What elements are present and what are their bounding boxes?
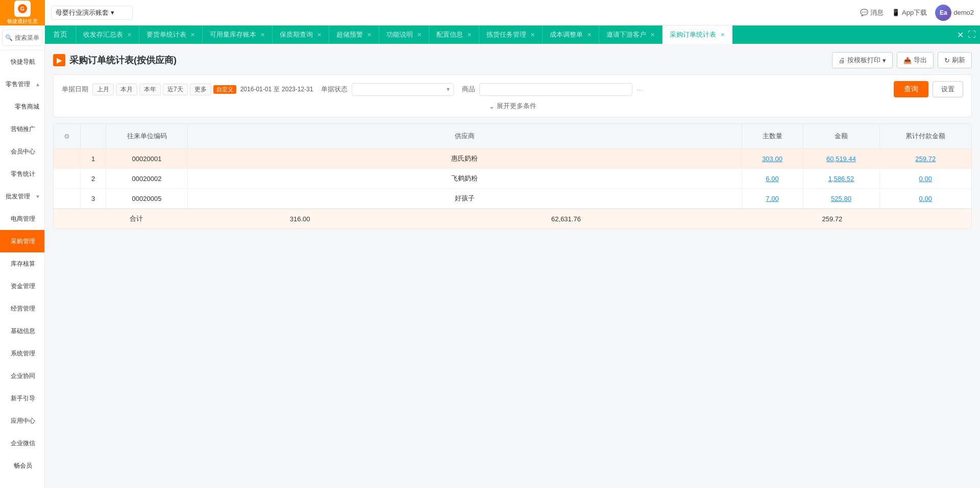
sidebar-item-basic-info[interactable]: 基础信息 [0, 320, 44, 342]
tab-config-info-label: 配置信息 [436, 30, 463, 39]
tab-collect-pay-close-icon[interactable]: ✕ [127, 32, 132, 38]
sidebar-item-inventory[interactable]: 库存核算 [0, 252, 44, 275]
status-select[interactable] [352, 83, 454, 96]
sidebar-item-app-center[interactable]: 应用中心 [0, 409, 44, 432]
tab-pick-task-label: 拣货任务管理 [486, 30, 526, 39]
table-header-row: ⚙ 往来单位编码 供应商 主数量 金额 累计付款金额 [54, 124, 971, 149]
tab-function-desc-label: 功能说明 [386, 30, 413, 39]
tab-validity[interactable]: 保质期查询 ✕ [273, 25, 329, 44]
footer-amount: 62,631.76 [433, 215, 699, 223]
sidebar-item-retail[interactable]: 零售管理 ▲ [0, 73, 44, 95]
shortcut-this-year[interactable]: 本年 [139, 84, 161, 95]
shortcut-more[interactable]: 更多 [190, 84, 211, 95]
user-profile[interactable]: Ea demo2 [935, 5, 974, 21]
column-settings-icon[interactable]: ⚙ [60, 129, 74, 143]
th-supplier: 供应商 [188, 124, 742, 149]
sidebar-purchase-label: 采购管理 [11, 237, 35, 246]
topbar: 母婴行业演示账套 ▾ 💬 消息 📱 App下载 Ea demo2 [45, 0, 980, 25]
sidebar-item-retail-stat[interactable]: 零售统计 [0, 163, 44, 185]
sidebar-item-new-guide[interactable]: 新手引导 [0, 387, 44, 409]
tab-config-info-close-icon[interactable]: ✕ [467, 32, 472, 38]
sidebar-item-finance[interactable]: 资金管理 [0, 275, 44, 297]
tab-cost-adjust[interactable]: 成本调整单 ✕ [543, 25, 599, 44]
tab-function-desc[interactable]: 功能说明 ✕ [379, 25, 429, 44]
account-dropdown[interactable]: 母婴行业演示账套 ▾ [51, 6, 133, 20]
table-row[interactable]: 2 00020002 飞鹤奶粉 6.00 1,586.52 0.00 [54, 169, 971, 189]
tab-purchase-stat[interactable]: 采购订单统计表 ✕ [663, 25, 732, 44]
th-index [81, 124, 106, 149]
sidebar-item-vip[interactable]: 畅会员 [0, 454, 44, 477]
page-header: ▶ 采购订单统计表(按供应商) 🖨 按模板打印 ▾ 📤 导出 ↻ 刷新 [53, 52, 972, 68]
status-select-wrap [352, 83, 454, 96]
tab-maximize-button[interactable]: ⛶ [968, 30, 976, 39]
expand-conditions-button[interactable]: ⌄ 展开更多条件 [489, 101, 536, 111]
message-button[interactable]: 💬 消息 [860, 8, 884, 17]
sidebar-search-area: 🔍 搜索菜单 [0, 25, 44, 50]
tab-invite-downstream-close-icon[interactable]: ✕ [650, 32, 655, 38]
row3-amount: 525.80 [803, 189, 879, 209]
shortcut-this-month[interactable]: 本月 [116, 84, 137, 95]
toggle-filter-button[interactable]: ▶ [53, 54, 65, 66]
sidebar-item-purchase[interactable]: 采购管理 [0, 230, 44, 252]
main-area: 母婴行业演示账套 ▾ 💬 消息 📱 App下载 Ea demo2 首页 收发存汇… [45, 0, 980, 488]
search-menu-button[interactable]: 🔍 搜索菜单 [2, 30, 42, 46]
tab-invite-downstream[interactable]: 邀请下游客户 ✕ [599, 25, 663, 44]
th-paid: 累计付款金额 [879, 124, 971, 149]
sidebar-item-quick-nav[interactable]: 快捷导航 [0, 50, 44, 73]
tab-home[interactable]: 首页 [45, 25, 76, 44]
page-title: 采购订单统计表(按供应商) [69, 54, 177, 66]
table-row[interactable]: 3 00020005 好孩子 7.00 525.80 0.00 [54, 189, 971, 209]
goods-input[interactable] [479, 83, 632, 96]
page-header-actions: 🖨 按模板打印 ▾ 📤 导出 ↻ 刷新 [832, 52, 972, 68]
sidebar-new-guide-label: 新手引导 [11, 394, 35, 403]
tab-validity-close-icon[interactable]: ✕ [317, 32, 322, 38]
tab-purchase-stat-close-icon[interactable]: ✕ [720, 32, 725, 38]
tab-pick-task-close-icon[interactable]: ✕ [530, 32, 535, 38]
row1-index: 1 [81, 149, 106, 169]
logo[interactable]: G 畅捷通好生意 [0, 0, 45, 25]
tab-overstocked[interactable]: 超储预警 ✕ [329, 25, 379, 44]
sidebar-item-marketing[interactable]: 营销推广 [0, 118, 44, 140]
sidebar-item-system[interactable]: 系统管理 [0, 342, 44, 365]
tab-overstocked-label: 超储预警 [336, 30, 363, 39]
sidebar-item-enterprise-wechat[interactable]: 企业微信 [0, 432, 44, 454]
sidebar-item-ecommerce[interactable]: 电商管理 [0, 208, 44, 230]
shortcut-last-month[interactable]: 上月 [92, 84, 114, 95]
app-download-button[interactable]: 📱 App下载 [892, 8, 927, 17]
date-filter-label: 单据日期 [62, 85, 88, 94]
tab-pick-task[interactable]: 拣货任务管理 ✕ [479, 25, 543, 44]
tab-cost-adjust-label: 成本调整单 [550, 30, 583, 39]
tab-config-info[interactable]: 配置信息 ✕ [429, 25, 479, 44]
tab-overstocked-close-icon[interactable]: ✕ [367, 32, 372, 38]
goods-more-icon[interactable]: ··· [636, 86, 642, 93]
sidebar-item-retail-mall[interactable]: 零售商城 [0, 95, 44, 118]
filter-toggle-icon: ▶ [57, 56, 62, 64]
row3-settings [54, 189, 81, 209]
sidebar-item-operation[interactable]: 经营管理 [0, 297, 44, 320]
sidebar-enterprise-collab-label: 企业协同 [11, 372, 35, 380]
sidebar-item-wholesale[interactable]: 批发管理 ▼ [0, 185, 44, 208]
svg-text:G: G [20, 6, 24, 12]
expand-label: 展开更多条件 [497, 101, 536, 111]
sidebar-item-enterprise-collab[interactable]: 企业协同 [0, 365, 44, 387]
th-code: 往来单位编码 [106, 124, 188, 149]
tab-cost-adjust-close-icon[interactable]: ✕ [587, 32, 592, 38]
tab-available-stock[interactable]: 可用量库存账本 ✕ [203, 25, 273, 44]
tab-function-desc-close-icon[interactable]: ✕ [417, 32, 422, 38]
tab-goods-stat[interactable]: 要货单统计表 ✕ [139, 25, 203, 44]
tab-goods-stat-label: 要货单统计表 [146, 30, 186, 39]
settings-button[interactable]: 设置 [933, 81, 963, 97]
print-button[interactable]: 🖨 按模板打印 ▾ [832, 52, 893, 68]
table-row[interactable]: 1 00020001 惠氏奶粉 303.00 60,519.44 259.72 [54, 149, 971, 169]
export-button[interactable]: 📤 导出 [897, 52, 934, 68]
query-button[interactable]: 查询 [894, 81, 928, 97]
date-range-separator: 至 [274, 85, 280, 94]
sidebar-item-member[interactable]: 会员中心 [0, 140, 44, 163]
shortcut-7days[interactable]: 近7天 [163, 84, 188, 95]
tab-goods-stat-close-icon[interactable]: ✕ [190, 32, 195, 38]
refresh-button[interactable]: ↻ 刷新 [938, 52, 972, 68]
tab-close-all-button[interactable]: ✕ [957, 30, 964, 40]
tab-collect-pay[interactable]: 收发存汇总表 ✕ [76, 25, 139, 44]
sidebar-wholesale-label: 批发管理 [6, 192, 30, 201]
tab-available-stock-close-icon[interactable]: ✕ [260, 32, 265, 38]
